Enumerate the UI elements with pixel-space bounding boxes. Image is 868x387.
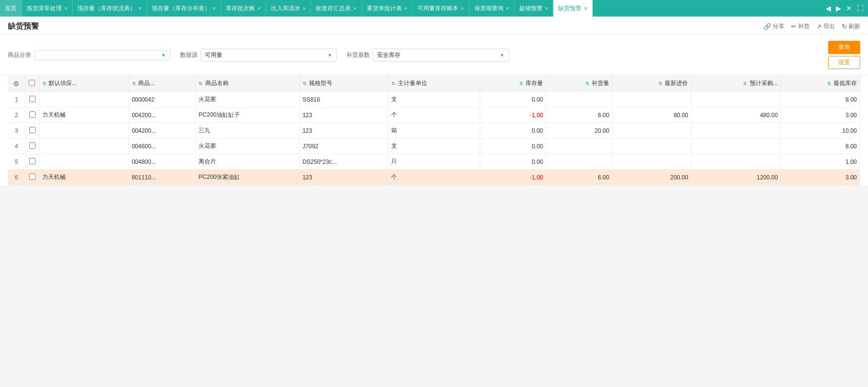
close-tab-shortage[interactable]: × (584, 5, 587, 11)
close-tab-overstock[interactable]: × (545, 5, 548, 11)
query-button[interactable]: 查询 (828, 41, 860, 54)
cell-latest-price: 80.00 (613, 107, 691, 123)
table-row: 1 0000042 火花塞 SS816 支 0.00 8.00 (8, 92, 860, 107)
tab-abnormal[interactable]: 拣货异常处理 × (22, 0, 72, 17)
table-row: 3 004200... 三九 123 箱 0.00 20.00 10.00 (8, 123, 860, 139)
export-button[interactable]: ↗ 导出 (816, 22, 835, 31)
cell-code: 004200... (128, 123, 196, 139)
cell-unit: 箱 (388, 123, 480, 139)
row-checkbox-5[interactable] (29, 174, 36, 180)
cell-supplier: 力天机械 (39, 170, 128, 185)
tab-fullscreen-btn[interactable]: ⛶ (854, 3, 866, 13)
close-tab-stock-dist[interactable]: × (213, 5, 216, 11)
datasource-dropdown-icon: ▼ (327, 53, 332, 58)
filter-category-group: 商品分类 ▼ (8, 50, 170, 60)
cell-est-purchase (691, 92, 781, 107)
cell-name: 离合片 (196, 154, 299, 170)
cell-unit: 个 (388, 170, 480, 185)
filter-area: 商品分类 ▼ 数据源 可用量 ▼ 补货基数 安全库存 ▼ 查询 设置 (0, 35, 868, 75)
settings-button[interactable]: 设置 (828, 56, 860, 69)
th-supplier: ⇅ 默认供应... (39, 75, 128, 92)
close-tab-abnormal[interactable]: × (64, 5, 67, 11)
tab-stock-dist[interactable]: 现存量（库存分布表） × (147, 0, 221, 17)
cell-replenish (546, 92, 613, 107)
category-dropdown-icon: ▼ (161, 53, 166, 58)
cell-supplier (39, 92, 128, 107)
cell-checkbox (25, 139, 39, 154)
cell-code: 004800... (128, 154, 196, 170)
column-settings-icon[interactable]: ⚙ (13, 80, 19, 88)
close-tab-stock-status[interactable]: × (138, 5, 141, 11)
cell-est-purchase: 480.00 (691, 107, 781, 123)
cell-checkbox (25, 92, 39, 107)
cell-checkbox (25, 123, 39, 139)
close-tab-flow[interactable]: × (303, 5, 306, 11)
th-unit: ⇅ 主计量单位 (388, 75, 480, 92)
category-select[interactable]: ▼ (34, 50, 170, 60)
cell-unit: 个 (388, 107, 480, 123)
cell-min-stock: 3.00 (781, 170, 860, 185)
select-all-checkbox[interactable] (29, 80, 35, 86)
cell-spec: 123 (299, 123, 388, 139)
close-tab-collect[interactable]: × (353, 5, 356, 11)
tab-bar: 首页 拣货异常处理 × 现存量（库存状况表） × 现存量（库存分布表） × 库存… (0, 0, 868, 17)
cell-latest-price (613, 92, 691, 107)
close-tab-available[interactable]: × (461, 5, 464, 11)
cell-min-stock: 3.00 (781, 107, 860, 123)
row-checkbox-4[interactable] (29, 158, 36, 164)
cell-name: 火花塞 (196, 139, 299, 154)
table-row: 5 004800... 离合片 DS250*23c... 只 0.00 1.00 (8, 154, 860, 170)
row-checkbox-2[interactable] (29, 127, 36, 133)
tab-overstock[interactable]: 超储预警 × (514, 0, 553, 17)
th-name: ⇅ 商品名称 (196, 75, 299, 92)
cell-spec: DS250*23c... (299, 154, 388, 170)
row-checkbox-3[interactable] (29, 142, 36, 149)
cell-latest-price (613, 139, 691, 154)
cell-code: 0000042 (128, 92, 196, 107)
replenish-button[interactable]: ✏ 补货 (791, 22, 810, 31)
cell-stock: 0.00 (480, 92, 546, 107)
cell-replenish: 20.00 (546, 123, 613, 139)
cell-spec: 123 (299, 107, 388, 123)
tab-stock-status[interactable]: 现存量（库存状况表） × (72, 0, 146, 17)
cell-replenish: 6.00 (546, 170, 613, 185)
tab-next-btn[interactable]: ▶ (833, 3, 844, 13)
tab-collect[interactable]: 收发存汇总表 × (311, 0, 362, 17)
th-replenish: ⇅ 补货量 (546, 75, 613, 92)
export-icon: ↗ (816, 23, 822, 30)
th-latest-price: ⇅ 最新进价 (613, 75, 691, 92)
refresh-button[interactable]: ↻ 刷新 (842, 22, 860, 31)
close-tab-expiry[interactable]: × (506, 5, 509, 11)
cell-min-stock: 8.00 (781, 139, 860, 154)
tab-order-stat[interactable]: 要货单统计表 × (362, 0, 413, 17)
tab-close-btn[interactable]: ✕ (844, 3, 854, 13)
cell-checkbox (25, 154, 39, 170)
datasource-select[interactable]: 可用量 ▼ (200, 49, 337, 62)
tab-batch[interactable]: 库存批次账 × (221, 0, 266, 17)
replenish-base-label: 补货基数 (346, 51, 370, 59)
tab-home[interactable]: 首页 (0, 0, 22, 17)
share-button[interactable]: 🔗 分享 (763, 22, 784, 31)
cell-num: 5 (8, 154, 25, 170)
cell-replenish: 6.00 (546, 107, 613, 123)
cell-supplier: 力天机械 (39, 107, 128, 123)
replenish-base-dropdown-icon: ▼ (500, 53, 505, 58)
filter-replenish-base-group: 补货基数 安全库存 ▼ (346, 49, 509, 62)
cell-est-purchase (691, 139, 781, 154)
tab-prev-btn[interactable]: ◀ (823, 3, 833, 13)
tab-available[interactable]: 可用量库存账本 × (413, 0, 469, 17)
cell-num: 6 (8, 170, 25, 185)
close-tab-batch[interactable]: × (257, 5, 260, 11)
th-checkbox (25, 75, 39, 92)
table-body: 1 0000042 火花塞 SS816 支 0.00 8.00 2 力天机械 0… (8, 92, 860, 185)
row-checkbox-0[interactable] (29, 96, 36, 102)
cell-name: PC200张紧油缸 (196, 170, 299, 185)
close-tab-order-stat[interactable]: × (404, 5, 407, 11)
row-checkbox-1[interactable] (29, 111, 36, 118)
cell-replenish (546, 139, 613, 154)
tab-expiry[interactable]: 保质期查询 × (470, 0, 514, 17)
tab-shortage[interactable]: 缺货预警 × (553, 0, 592, 17)
replenish-base-select[interactable]: 安全库存 ▼ (373, 49, 509, 62)
tab-flow[interactable]: 出入库流水 × (266, 0, 311, 17)
cell-unit: 支 (388, 92, 480, 107)
